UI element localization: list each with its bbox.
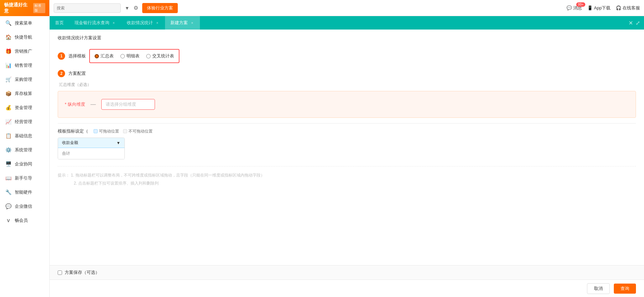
sidebar-item-search[interactable]: 🔍 搜索菜单 <box>0 16 49 30</box>
vertical-dimension-label: * 纵向维度 <box>65 101 85 107</box>
sidebar-item-finance[interactable]: 💰 资金管理 <box>0 101 49 115</box>
close-new-plan-tab[interactable]: × <box>190 20 195 25</box>
box-icon: 📦 <box>5 91 11 97</box>
sidebar-item-basic-info[interactable]: 📋 基础信息 <box>0 129 49 143</box>
sidebar-item-label: 搜索菜单 <box>15 20 32 26</box>
member-icon: V <box>5 217 11 224</box>
tab-bar-actions: ✕ ⤢ <box>625 16 644 30</box>
online-service-item[interactable]: 🎧 在线客服 <box>616 5 640 11</box>
step1-section: 1 选择模板 汇总表 明细表 交叉统计表 <box>58 49 636 63</box>
sidebar-item-sales[interactable]: 📊 销售管理 <box>0 58 49 72</box>
sidebar-item-marketing[interactable]: 🎁 营销推广 <box>0 44 49 58</box>
dropdown-button[interactable]: ▼ <box>125 5 129 11</box>
save-checkbox[interactable] <box>58 270 62 275</box>
sidebar-item-wechat[interactable]: 💬 企业微信 <box>0 199 49 213</box>
radio-cross-input[interactable] <box>146 54 151 58</box>
radio-cross[interactable]: 交叉统计表 <box>146 53 174 59</box>
dropdown-arrow-icon: ▼ <box>116 141 120 145</box>
sidebar-item-label: 采购管理 <box>15 77 32 83</box>
online-service-label: 在线客服 <box>623 5 640 11</box>
sidebar-item-inventory[interactable]: 📦 库存核算 <box>0 87 49 101</box>
sidebar-item-nav[interactable]: 🏠 快捷导航 <box>0 30 49 44</box>
settings-icon[interactable]: ⚙ <box>133 5 138 11</box>
sidebar-item-guide[interactable]: 📖 新手引导 <box>0 171 49 185</box>
cart-icon: 🛒 <box>5 77 11 83</box>
sidebar-item-member[interactable]: V 畅会员 <box>0 213 49 228</box>
step2-number: 2 <box>58 70 65 77</box>
radio-summary[interactable]: 汇总表 <box>95 53 114 59</box>
main-area: ▼ ⚙ 体验行业方案 💬 消息 99+ 📱 App下载 🎧 在线客服 首页 现金… <box>50 0 644 297</box>
footer-save-section: 方案保存（可选） <box>50 265 644 280</box>
tip-2: 2. 点击标题栏下拉可设置排序、插入列和删除列 <box>58 179 636 187</box>
message-item[interactable]: 💬 消息 99+ <box>567 5 582 11</box>
dimension-row-vertical: * 纵向维度 — 请选择分组维度 <box>65 99 155 110</box>
tab-cash-flow[interactable]: 现金银行流水查询 × <box>69 16 121 30</box>
tab-home[interactable]: 首页 <box>50 16 69 30</box>
dimension-area: * 纵向维度 — 请选择分组维度 <box>58 91 636 118</box>
gift-icon: 🎁 <box>5 48 11 54</box>
sidebar-item-purchase[interactable]: 🛒 采购管理 <box>0 72 49 87</box>
radio-summary-input[interactable] <box>95 54 99 58</box>
radio-detail-input[interactable] <box>120 54 125 58</box>
monitor-icon: 🖥️ <box>5 161 11 167</box>
message-badge: 99+ <box>576 2 585 7</box>
sidebar-logo: 畅捷通好生意 标准版 <box>0 0 49 16</box>
cancel-button[interactable]: 取消 <box>587 283 610 294</box>
legend-draggable: 可拖动位置 <box>94 129 119 134</box>
page-content: 收款情况统计方案设置 1 选择模板 汇总表 明细表 <box>50 30 644 265</box>
sidebar-item-label: 企业协同 <box>15 161 32 167</box>
save-label: 方案保存（可选） <box>65 269 100 276</box>
metrics-table: 收款金额 ▼ 合计 <box>58 138 125 159</box>
trend-icon: 📈 <box>5 119 11 125</box>
tab-cash-flow-label: 现金银行流水查询 <box>74 20 109 26</box>
close-cash-flow-tab[interactable]: × <box>111 20 116 25</box>
trial-button[interactable]: 体验行业方案 <box>142 3 178 13</box>
close-receipt-stats-tab[interactable]: × <box>155 20 160 25</box>
logo-text: 畅捷通好生意 <box>4 2 31 14</box>
wechat-icon: 💬 <box>5 203 11 209</box>
chart-icon: 📊 <box>5 62 11 68</box>
metrics-legend: 可拖动位置 不可拖动位置 <box>94 129 153 134</box>
step1-title: 选择模板 <box>68 53 86 59</box>
metrics-table-header[interactable]: 收款金额 ▼ <box>58 138 124 148</box>
query-button[interactable]: 查询 <box>614 284 636 294</box>
metrics-total-label: 合计 <box>62 151 70 156</box>
sidebar-item-label: 库存核算 <box>15 91 32 97</box>
expand-tab-icon[interactable]: ⤢ <box>636 20 640 26</box>
sidebar-item-enterprise[interactable]: 🖥️ 企业协同 <box>0 157 49 171</box>
sidebar: 畅捷通好生意 标准版 🔍 搜索菜单 🏠 快捷导航 🎁 营销推广 📊 销售管理 🛒… <box>0 0 50 297</box>
book-icon: 📖 <box>5 175 11 181</box>
sidebar-item-hardware[interactable]: 🔧 智能硬件 <box>0 185 49 199</box>
dimension-select[interactable]: 请选择分组维度 <box>101 99 155 110</box>
app-download-item[interactable]: 📱 App下载 <box>587 5 610 11</box>
gear-icon: ⚙️ <box>5 147 11 153</box>
step1-number: 1 <box>58 52 65 60</box>
sidebar-item-management[interactable]: 📈 经营管理 <box>0 115 49 129</box>
metrics-title: 模板指标设定（ <box>58 128 88 134</box>
step2-section: 2 方案配置 汇总维度（必选） * 纵向维度 — 请选择分组维度 <box>58 70 636 187</box>
sidebar-item-label: 经营管理 <box>15 119 32 125</box>
sidebar-item-system[interactable]: ⚙️ 系统管理 <box>0 143 49 157</box>
template-options: 汇总表 明细表 交叉统计表 <box>89 49 179 63</box>
search-input[interactable] <box>54 3 121 13</box>
metrics-table-row-total: 合计 <box>58 148 124 159</box>
sidebar-item-label: 营销推广 <box>15 48 32 54</box>
sidebar-item-label: 资金管理 <box>15 105 32 111</box>
step1-header: 1 选择模板 汇总表 明细表 交叉统计表 <box>58 49 636 63</box>
tab-new-plan-label: 新建方案 <box>170 20 188 26</box>
fixed-dot <box>123 129 127 133</box>
metrics-col-label: 收款金额 <box>62 140 78 146</box>
metrics-header: 模板指标设定（ 可拖动位置 不可拖动位置 <box>58 128 636 134</box>
close-tab-icon[interactable]: ✕ <box>629 20 633 26</box>
tab-receipt-stats[interactable]: 收款情况统计 × <box>121 16 165 30</box>
step2-title: 方案配置 <box>68 70 86 77</box>
tab-bar: 首页 现金银行流水查询 × 收款情况统计 × 新建方案 × ✕ ⤢ <box>50 16 644 30</box>
bottom-action-bar: 取消 查询 <box>50 280 644 297</box>
dimension-section: 汇总维度（必选） * 纵向维度 — 请选择分组维度 <box>58 82 636 118</box>
tab-new-plan[interactable]: 新建方案 × <box>165 16 200 30</box>
radio-cross-label: 交叉统计表 <box>152 53 174 59</box>
hardware-icon: 🔧 <box>5 189 11 195</box>
metrics-section: 模板指标设定（ 可拖动位置 不可拖动位置 <box>58 123 636 159</box>
tips-text: 提示： 1. 拖动标题栏可以调整布局，不可跨维度或指标区域拖动，且字段（只能在同… <box>58 171 636 187</box>
radio-detail[interactable]: 明细表 <box>120 53 140 59</box>
